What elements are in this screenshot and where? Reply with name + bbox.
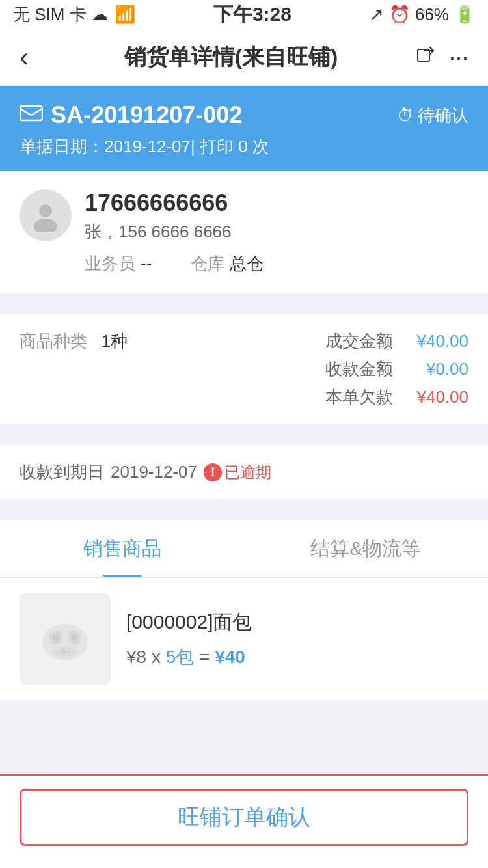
order-id-icon xyxy=(20,102,43,129)
status-right: ↗ ⏰ 66% 🔋 xyxy=(370,5,475,25)
owed-amount-row: 本单欠款 ¥40.00 xyxy=(325,386,468,409)
divider-3 xyxy=(0,509,488,520)
order-status: ⏱ 待确认 xyxy=(397,104,468,127)
confirm-btn-container: 旺铺订单确认 xyxy=(0,774,488,868)
status-clock-icon: ⏱ xyxy=(397,105,414,126)
due-date-value: 2019-12-07 xyxy=(111,462,197,482)
customer-info: 17666666666 张，156 6666 6666 业务员 -- 仓库 总仓 xyxy=(85,189,468,275)
battery-text: 66% xyxy=(415,5,449,25)
svg-rect-2 xyxy=(20,106,42,120)
order-date: 单据日期：2019-12-07| 打印 0 次 xyxy=(20,135,468,158)
back-button[interactable]: ‹ xyxy=(20,42,59,73)
svg-text:野+: 野+ xyxy=(60,649,70,656)
overdue-badge: ! 已逾期 xyxy=(204,462,271,483)
tabs-container: 销售商品 结算&物流等 xyxy=(0,520,488,578)
product-price: ¥8 x 5包 = ¥40 xyxy=(126,645,468,670)
confirm-order-button[interactable]: 旺铺订单确认 xyxy=(20,789,468,846)
order-header: SA-20191207-002 ⏱ 待确认 单据日期：2019-12-07| 打… xyxy=(0,86,488,171)
nav-actions: ··· xyxy=(403,44,468,71)
summary-left: 商品种类 1种 xyxy=(20,330,128,353)
more-button[interactable]: ··· xyxy=(449,44,468,71)
due-section: 收款到期日 2019-12-07 ! 已逾期 xyxy=(0,445,488,499)
location-icon: ↗ xyxy=(370,5,384,25)
customer-card: 17666666666 张，156 6666 6666 业务员 -- 仓库 总仓 xyxy=(0,171,488,293)
divider-1 xyxy=(0,304,488,314)
due-date-label: 收款到期日 xyxy=(20,461,104,483)
tab-products[interactable]: 销售商品 xyxy=(0,520,244,577)
received-amount-row: 收款金额 ¥0.00 xyxy=(325,358,468,381)
summary-section: 商品种类 1种 成交金额 ¥40.00 收款金额 ¥0.00 本单欠款 ¥40.… xyxy=(0,314,488,424)
product-qty: 5包 xyxy=(166,647,195,667)
product-image: 野+ xyxy=(20,593,111,685)
svg-point-4 xyxy=(34,219,57,232)
no-sim-text: 无 SIM 卡 ☁ xyxy=(13,3,108,26)
product-unit-price: ¥8 xyxy=(126,647,146,667)
tab-underline xyxy=(103,575,142,577)
divider-2 xyxy=(0,435,488,445)
salesman-info: 业务员 -- xyxy=(85,252,152,275)
alarm-icon: ⏰ xyxy=(389,5,410,25)
warehouse-info: 仓库 总仓 xyxy=(191,252,264,275)
status-bar: 无 SIM 卡 ☁ 📶 下午3:28 ↗ ⏰ 66% 🔋 xyxy=(0,0,488,29)
status-time: 下午3:28 xyxy=(213,1,291,28)
product-name: [0000002]面包 xyxy=(126,609,468,636)
nav-bar: ‹ 销货单详情(来自旺铺) ··· xyxy=(0,29,488,86)
order-id: SA-20191207-002 xyxy=(20,102,242,129)
svg-point-9 xyxy=(71,634,77,641)
product-total: ¥40 xyxy=(215,647,245,667)
customer-avatar xyxy=(20,189,72,241)
overdue-icon: ! xyxy=(204,463,222,481)
wifi-icon: 📶 xyxy=(115,5,135,25)
product-equals: = xyxy=(199,647,215,667)
tab-settlement[interactable]: 结算&物流等 xyxy=(244,520,488,577)
customer-meta: 业务员 -- 仓库 总仓 xyxy=(85,252,468,275)
deal-amount-row: 成交金额 ¥40.00 xyxy=(325,330,468,353)
product-card: 野+ [0000002]面包 ¥8 x 5包 = ¥40 xyxy=(0,578,488,700)
customer-name: 张，156 6666 6666 xyxy=(85,221,468,243)
page-title: 销货单详情(来自旺铺) xyxy=(59,42,403,72)
battery-icon: 🔋 xyxy=(454,5,475,25)
share-button[interactable] xyxy=(415,44,436,71)
svg-point-3 xyxy=(39,204,52,217)
svg-point-8 xyxy=(53,634,59,641)
summary-right: 成交金额 ¥40.00 收款金额 ¥0.00 本单欠款 ¥40.00 xyxy=(325,330,468,409)
product-info: [0000002]面包 ¥8 x 5包 = ¥40 xyxy=(126,609,468,670)
customer-phone: 17666666666 xyxy=(85,189,468,217)
product-multiply: x xyxy=(152,647,166,667)
status-left: 无 SIM 卡 ☁ 📶 xyxy=(13,3,135,26)
